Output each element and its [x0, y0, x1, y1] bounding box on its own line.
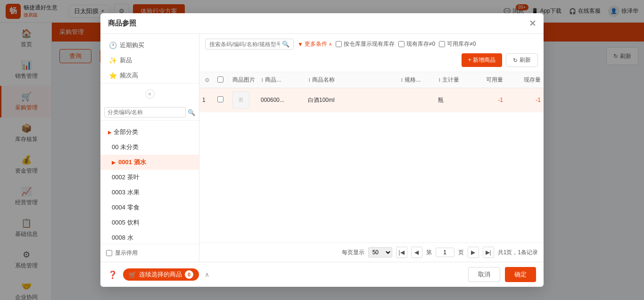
new-icon: ✨	[109, 57, 117, 64]
category-search-input[interactable]	[104, 107, 186, 117]
help-icon[interactable]: ❓	[108, 270, 117, 279]
cat-arrow-all: ▶	[108, 130, 112, 135]
product-search-input[interactable]	[209, 41, 280, 48]
th-stock: 现存量	[506, 72, 544, 88]
display-disabled-checkbox[interactable]	[106, 250, 112, 256]
category-search-row: 🔍	[100, 104, 199, 121]
th-checkbox	[215, 72, 230, 88]
modal-close-button[interactable]: ✕	[529, 19, 536, 28]
th-settings[interactable]: ⚙	[199, 72, 215, 88]
row-checkbox[interactable]	[217, 96, 223, 102]
cart-area[interactable]: 🛒 连续选择的商品 0	[123, 268, 199, 281]
more-filter-button[interactable]: ▼ 更多条件 ∧	[297, 40, 332, 48]
td-unit: 瓶	[435, 88, 468, 112]
td-code: 000600...	[258, 88, 305, 112]
modal-header: 商品参照 ✕	[100, 13, 544, 34]
product-table-area: ⚙ 商品图片 ↕ 商品... ↕ 商品名称 ↕ 规格...	[199, 72, 544, 242]
table-row[interactable]: 1 图 000600... 白酒100ml 瓶 -1 -1	[199, 88, 544, 112]
tab-new-products[interactable]: ✨ 新品	[104, 53, 195, 68]
checkbox-available-stock-label[interactable]: 可用库存≠0	[439, 40, 476, 48]
collapse-cart-button[interactable]: ∧	[205, 271, 209, 278]
sort-spec-icon: ↕	[400, 76, 403, 83]
add-product-button[interactable]: + 新增商品	[462, 53, 502, 67]
product-reference-modal: 商品参照 ✕ 🕐 近期购买 ✨ 新品 ⭐ 频次高 «	[100, 13, 544, 287]
tab-recent-purchase[interactable]: 🕐 近期购买	[104, 38, 195, 53]
cat-all[interactable]: ▶ 全部分类	[100, 125, 199, 140]
cart-icon: 🛒	[129, 271, 136, 278]
cat-snack[interactable]: 0004 零食	[100, 200, 199, 215]
select-all-checkbox[interactable]	[217, 76, 223, 83]
total-info: 共1页，1条记录	[498, 249, 538, 257]
filter-icon: ▼	[297, 41, 303, 48]
product-image: 图	[232, 92, 249, 108]
th-code[interactable]: ↕ 商品...	[258, 72, 305, 88]
table-refresh-button[interactable]: ↻ 刷新	[506, 53, 538, 67]
th-name[interactable]: ↕ 商品名称	[305, 72, 397, 88]
checkbox-warehouse-label[interactable]: 按仓库显示现有库存	[336, 40, 395, 48]
cat-tea[interactable]: 0002 茶叶	[100, 170, 199, 185]
checkbox-warehouse[interactable]	[336, 41, 342, 47]
cat-water[interactable]: 0008 水	[100, 230, 199, 244]
sort-unit-icon: ↕	[438, 76, 441, 83]
cart-count-badge: 0	[185, 270, 193, 279]
first-page-button[interactable]: |◀	[396, 247, 407, 258]
cancel-button[interactable]: 取消	[468, 267, 500, 282]
td-image: 图	[230, 88, 258, 112]
product-table: ⚙ 商品图片 ↕ 商品... ↕ 商品名称 ↕ 规格...	[199, 72, 544, 112]
category-search-icon[interactable]: 🔍	[188, 109, 195, 116]
star-icon: ⭐	[109, 72, 117, 79]
clock-icon: 🕐	[109, 42, 117, 49]
pagination-row: 每页显示 10 20 50 100 |◀ ◀ 第 页 ▶ ▶| 共1页，1条记录	[199, 242, 544, 262]
filter-row: 🔍 ▼ 更多条件 ∧ 按仓库显示现有库存 现有库存≠0 可用库存≠0	[199, 34, 544, 72]
cat-arrow-liquor: ▶	[112, 160, 116, 165]
td-row-num: 1	[199, 88, 215, 112]
td-spec	[397, 88, 435, 112]
confirm-button[interactable]: 确定	[505, 267, 536, 282]
display-disabled-row: 显示停用	[100, 244, 199, 262]
checkbox-available-stock[interactable]	[439, 41, 445, 47]
checkbox-current-stock-label[interactable]: 现有库存≠0	[398, 40, 435, 48]
page-size-select[interactable]: 10 20 50 100	[368, 247, 392, 258]
tab-frequent[interactable]: ⭐ 频次高	[104, 68, 195, 83]
td-stock: -1	[506, 88, 544, 112]
modal-right-panel: 🔍 ▼ 更多条件 ∧ 按仓库显示现有库存 现有库存≠0 可用库存≠0	[199, 34, 544, 262]
th-image: 商品图片	[230, 72, 258, 88]
th-unit[interactable]: ↕ 主计量	[435, 72, 468, 88]
table-action-btns: + 新增商品 ↻ 刷新	[462, 53, 538, 67]
footer-buttons: 取消 确定	[468, 267, 536, 282]
chevron-up-icon: ∧	[329, 42, 332, 47]
cat-liquor[interactable]: ▶ 0001 酒水	[100, 155, 199, 170]
sort-name-icon: ↕	[308, 76, 311, 83]
next-page-button[interactable]: ▶	[468, 247, 479, 258]
quick-tabs: 🕐 近期购买 ✨ 新品 ⭐ 频次高	[100, 34, 199, 83]
page-number-input[interactable]	[436, 248, 454, 257]
modal-body: 🕐 近期购买 ✨ 新品 ⭐ 频次高 « 🔍	[100, 34, 544, 262]
collapse-button[interactable]: «	[145, 89, 155, 99]
cat-uncategorized[interactable]: 00 未分类	[100, 140, 199, 155]
prev-page-button[interactable]: ◀	[411, 247, 422, 258]
td-available: -1	[468, 88, 506, 112]
modal-footer: ❓ 🛒 连续选择的商品 0 ∧ 取消 确定	[100, 262, 544, 287]
refresh-icon: ↻	[513, 57, 518, 64]
cat-fruit[interactable]: 0003 水果	[100, 185, 199, 200]
td-name: 白酒100ml	[305, 88, 397, 112]
modal-title: 商品参照	[108, 19, 136, 28]
search-icon[interactable]: 🔍	[282, 41, 289, 48]
modal-left-panel: 🕐 近期购买 ✨ 新品 ⭐ 频次高 « 🔍	[100, 34, 199, 262]
th-spec[interactable]: ↕ 规格...	[397, 72, 435, 88]
checkbox-current-stock[interactable]	[398, 41, 405, 47]
last-page-button[interactable]: ▶|	[483, 247, 494, 258]
th-available: 可用量	[468, 72, 506, 88]
cat-beverage[interactable]: 0005 饮料	[100, 215, 199, 230]
td-checkbox	[215, 88, 230, 112]
product-search-bar: 🔍	[205, 39, 294, 50]
category-tree: ▶ 全部分类 00 未分类 ▶ 0001 酒水 0002 茶叶 0003 水果	[100, 121, 199, 244]
